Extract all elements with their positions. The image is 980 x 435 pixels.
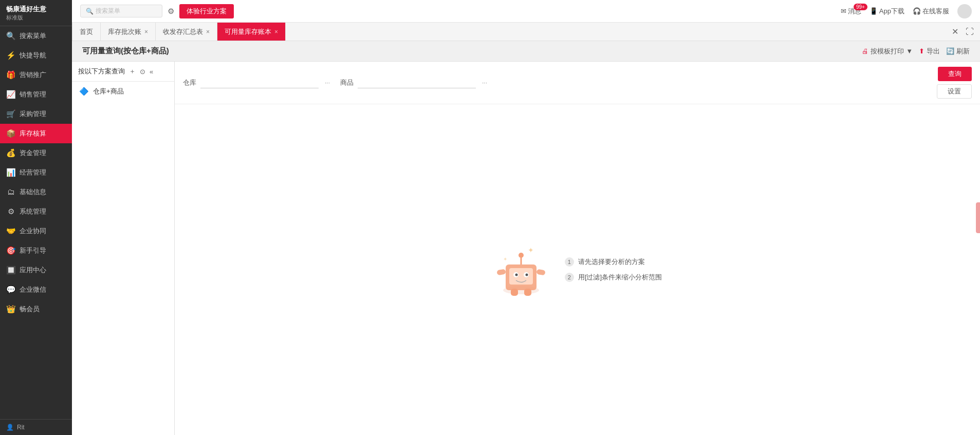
empty-step2-text: 用[过滤]条件来缩小分析范围 [578, 273, 662, 282]
filter-item-label: 仓库+商品 [93, 87, 124, 96]
refresh-label: 刷新 [956, 47, 970, 56]
tabs-actions: ✕ ⛶ [950, 26, 980, 37]
goods-label: 商品 [340, 78, 354, 87]
sidebar-item-member[interactable]: 👑 畅会员 [0, 299, 72, 319]
filter-collapse-icon[interactable]: « [150, 68, 153, 75]
sidebar-item-search[interactable]: 🔍 搜索菜单 [0, 26, 72, 46]
sidebar-item-sales[interactable]: 📈 销售管理 [0, 85, 72, 104]
tab-receipt-summary[interactable]: 收发存汇总表 × [156, 23, 217, 41]
page-header-actions: 🖨 按模板打印 ▼ ⬆ 导出 🔄 刷新 [862, 47, 970, 56]
sidebar-item-basic[interactable]: 🗂 基础信息 [0, 182, 72, 202]
settings-btn[interactable]: 设置 [937, 84, 972, 99]
svg-point-6 [525, 274, 528, 276]
user-name: Rit [17, 424, 25, 431]
main-area: 🔍 搜索菜单 ⚙ 体验行业方案 ✉ 消息 99+ 📱 App下载 🎧 在线客服 [72, 0, 980, 435]
sidebar-icon-operation: 📊 [6, 168, 15, 177]
tab-available-ledger-close[interactable]: × [274, 28, 278, 35]
user-avatar-topbar[interactable] [957, 4, 972, 18]
svg-rect-11 [511, 289, 518, 296]
sidebar-item-operation[interactable]: 📊 经营管理 [0, 163, 72, 182]
sidebar-item-inventory[interactable]: 📦 库存核算 [0, 124, 72, 143]
warehouse-label: 仓库 [183, 78, 196, 87]
sidebar-logo: 畅康通好生意 标准版 [0, 0, 72, 26]
messages-btn[interactable]: ✉ 消息 99+ [841, 7, 861, 16]
sidebar-label-appstore: 应用中心 [20, 266, 46, 275]
user-avatar: 👤 [6, 424, 14, 431]
warehouse-input[interactable] [200, 77, 319, 88]
sidebar-icon-appstore: 🔲 [6, 266, 15, 275]
sidebar-icon-marketing: 🎁 [6, 70, 15, 80]
filter-settings-icon[interactable]: ⊙ [140, 68, 145, 75]
svg-text:✦: ✦ [528, 246, 534, 254]
sidebar-label-finance: 资金管理 [20, 148, 46, 158]
svg-rect-9 [496, 269, 506, 276]
refresh-btn[interactable]: 🔄 刷新 [946, 47, 970, 56]
topbar-right: ✉ 消息 99+ 📱 App下载 🎧 在线客服 [841, 4, 972, 18]
goods-input[interactable] [358, 77, 476, 88]
sidebar-item-coop[interactable]: 🤝 企业协同 [0, 221, 72, 241]
tab-available-ledger[interactable]: 可用量库存账本 × [217, 23, 286, 41]
sidebar-item-newbie[interactable]: 🎯 新手引导 [0, 241, 72, 260]
filter-add-icon[interactable]: ＋ [129, 67, 136, 76]
query-area: 仓库 ··· 商品 ··· 查询 设置 [175, 62, 980, 435]
content-area: 按以下方案查询 ＋ ⊙ « 🔷 仓库+商品 仓库 ··· 商品 [72, 62, 980, 435]
sidebar-label-shortcut: 快捷导航 [20, 51, 46, 60]
sidebar-item-finance[interactable]: 💰 资金管理 [0, 143, 72, 163]
tab-close-icon[interactable]: ✕ [950, 26, 960, 37]
sidebar-item-marketing[interactable]: 🎁 营销推广 [0, 65, 72, 85]
industry-btn[interactable]: 体验行业方案 [179, 4, 234, 18]
tab-home[interactable]: 首页 [72, 23, 101, 41]
export-label: 导出 [927, 47, 940, 56]
sidebar-item-system[interactable]: ⚙ 系统管理 [0, 202, 72, 221]
tab-batch-ledger[interactable]: 库存批次账 × [101, 23, 156, 41]
app-download-btn[interactable]: 📱 App下载 [870, 7, 904, 16]
export-btn[interactable]: ⬆ 导出 [919, 47, 940, 56]
sidebar-item-purchase[interactable]: 🛒 采购管理 [0, 104, 72, 124]
tab-batch-ledger-close[interactable]: × [144, 28, 148, 35]
tab-receipt-summary-close[interactable]: × [206, 28, 210, 35]
sidebar-item-wechat[interactable]: 💬 企业微信 [0, 280, 72, 299]
sidebar-icon-sales: 📈 [6, 90, 15, 99]
sidebar-item-appstore[interactable]: 🔲 应用中心 [0, 260, 72, 280]
sidebar-label-wechat: 企业微信 [20, 285, 46, 294]
goods-field: 商品 ··· [340, 77, 489, 88]
right-scroll-indicator [976, 202, 980, 233]
query-bar: 仓库 ··· 商品 ··· 查询 设置 [175, 62, 980, 104]
svg-point-8 [519, 253, 524, 258]
tabs-bar: 首页 库存批次账 × 收发存汇总表 × 可用量库存账本 × ✕ ⛶ [72, 23, 980, 41]
sidebar-item-shortcut[interactable]: ⚡ 快捷导航 [0, 46, 72, 65]
sidebar-icon-search: 🔍 [6, 31, 15, 41]
page-header: 可用量查询(按仓库+商品) 🖨 按模板打印 ▼ ⬆ 导出 🔄 刷新 [72, 41, 980, 62]
print-btn[interactable]: 🖨 按模板打印 ▼ [862, 47, 913, 56]
tab-home-label: 首页 [80, 27, 93, 36]
goods-more-btn[interactable]: ··· [480, 79, 489, 86]
sidebar-label-purchase: 采购管理 [20, 109, 46, 119]
topbar-gear-icon[interactable]: ⚙ [168, 7, 174, 16]
topbar-search[interactable]: 🔍 搜索菜单 [80, 5, 162, 17]
online-service-btn[interactable]: 🎧 在线客服 [913, 7, 949, 16]
sidebar: 畅康通好生意 标准版 🔍 搜索菜单 ⚡ 快捷导航 🎁 营销推广 📈 销售管理 🛒… [0, 0, 72, 435]
online-service-label: 在线客服 [922, 7, 949, 16]
print-dropdown-icon[interactable]: ▼ [906, 47, 913, 55]
tab-receipt-summary-label: 收发存汇总表 [163, 27, 203, 36]
sidebar-label-member: 畅会员 [20, 305, 40, 314]
sidebar-label-operation: 经营管理 [20, 168, 46, 177]
warehouse-field: 仓库 ··· [183, 77, 332, 88]
svg-text:✦: ✦ [503, 256, 507, 262]
messages-badge: 99+ [854, 4, 867, 10]
sidebar-icon-newbie: 🎯 [6, 246, 15, 255]
filter-item-warehouse-goods[interactable]: 🔷 仓库+商品 [72, 82, 174, 101]
warehouse-more-btn[interactable]: ··· [323, 79, 332, 86]
topbar: 🔍 搜索菜单 ⚙ 体验行业方案 ✉ 消息 99+ 📱 App下载 🎧 在线客服 [72, 0, 980, 23]
query-btn[interactable]: 查询 [938, 67, 972, 81]
app-edition: 标准版 [6, 14, 66, 22]
tab-maximize-icon[interactable]: ⛶ [964, 26, 976, 37]
filter-title: 按以下方案查询 [78, 67, 125, 76]
sidebar-label-sales: 销售管理 [20, 90, 46, 99]
page-title: 可用量查询(按仓库+商品) [82, 46, 169, 56]
filter-item-icon: 🔷 [79, 87, 89, 96]
sidebar-icon-wechat: 💬 [6, 285, 15, 294]
search-icon: 🔍 [86, 8, 94, 15]
empty-text: 1 请先选择要分析的方案 2 用[过滤]条件来缩小分析范围 [565, 257, 662, 282]
step-num-2: 2 [565, 273, 574, 282]
